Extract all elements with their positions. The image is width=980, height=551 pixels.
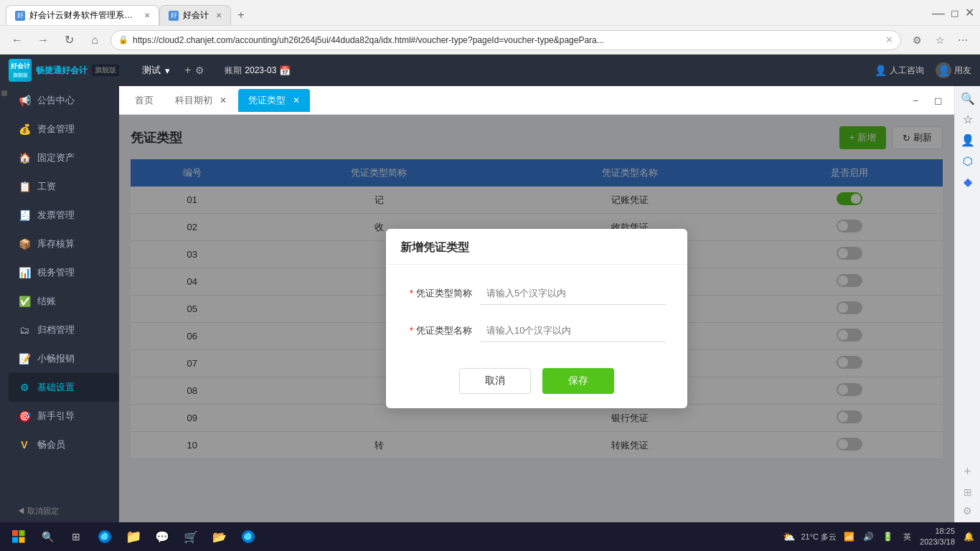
dialog-header: 新增凭证类型 xyxy=(386,229,687,265)
tab-voucher-type[interactable]: 凭证类型 ✕ xyxy=(238,89,310,112)
form-row-full-name: *凭证类型名称 xyxy=(407,319,666,342)
browser-tab-1[interactable]: 好 好会计云财务软件管理系统_会计 ✕ xyxy=(6,5,159,25)
right-panel-settings-btn[interactable]: ⚙ xyxy=(963,505,972,517)
weather-icon: ⛅ xyxy=(783,531,795,542)
dialog-save-button[interactable]: 保存 xyxy=(542,368,614,394)
battery-icon: 🔋 xyxy=(882,532,893,542)
sidebar: 📢 公告中心 💰 资金管理 🏠 固定资产 📋 工资 xyxy=(9,86,119,522)
svg-rect-1 xyxy=(19,530,25,536)
forward-button[interactable]: → xyxy=(33,30,53,50)
sidebar-label-payroll: 工资 xyxy=(37,180,56,193)
tab2-favicon: 好 xyxy=(169,11,179,21)
sidebar-item-archive[interactable]: 🗂 归档管理 xyxy=(9,316,119,344)
address-bar-reload: ✕ xyxy=(885,34,893,45)
taskbar-search-btn[interactable]: 🔍 xyxy=(34,524,60,550)
right-panel-star-btn[interactable]: ☆ xyxy=(963,113,973,126)
period-calendar-icon[interactable]: 📅 xyxy=(279,65,291,76)
tab-subject-close[interactable]: ✕ xyxy=(220,95,227,105)
windows-icon xyxy=(12,530,25,543)
logo-text-main: 好会计 xyxy=(11,62,30,71)
sidebar-item-member[interactable]: V 畅会员 xyxy=(9,430,119,459)
more-btn[interactable]: ⋯ xyxy=(953,30,973,50)
sidebar-item-announcement[interactable]: 📢 公告中心 xyxy=(9,86,119,115)
sound-icon: 🔊 xyxy=(863,532,874,542)
minimize-button[interactable]: — xyxy=(932,6,945,19)
sidebar-label-inventory: 库存核算 xyxy=(37,237,75,250)
weather-text: 21°C 多云 xyxy=(801,532,837,542)
logo-edition: 旗舰版 xyxy=(92,65,119,76)
form-full-name-label: *凭证类型名称 xyxy=(407,324,472,337)
sidebar-item-payroll[interactable]: 📋 工资 xyxy=(9,172,119,201)
tab-home[interactable]: 首页 xyxy=(125,89,164,112)
fund-icon: 💰 xyxy=(17,122,32,136)
form-full-name-input[interactable] xyxy=(481,319,666,342)
org-selector[interactable]: 测试 ▾ xyxy=(142,64,170,77)
sidebar-label-tax: 税务管理 xyxy=(37,266,75,279)
right-panel-feishu-btn[interactable]: ◆ xyxy=(963,175,972,189)
browser-tab-2[interactable]: 好 好会计 ✕ xyxy=(159,5,231,25)
header-actions: + ⚙ xyxy=(184,64,204,77)
back-button[interactable]: ← xyxy=(7,30,27,50)
sidebar-item-tax[interactable]: 📊 税务管理 xyxy=(9,258,119,287)
close-button[interactable]: ✕ xyxy=(965,6,974,19)
payroll-icon: 📋 xyxy=(17,179,32,194)
taskbar-view-btn[interactable]: ⊞ xyxy=(63,524,89,550)
form-short-name-input[interactable] xyxy=(481,282,666,305)
taskbar-time-section: 18:25 2023/3/18 xyxy=(920,526,955,548)
sidebar-wrapper: 📢 公告中心 💰 资金管理 🏠 固定资产 📋 工资 xyxy=(0,86,119,522)
consult-button[interactable]: 👤 人工咨询 xyxy=(875,65,924,77)
home-button[interactable]: ⌂ xyxy=(85,30,105,50)
sidebar-footer-toggle[interactable]: ◀ 取消固定 xyxy=(9,500,119,522)
address-bar[interactable]: 🔒 https://cloud2.chanjet.com/accounting/… xyxy=(110,30,901,50)
sidebar-item-guide[interactable]: 🎯 新手引导 xyxy=(9,402,119,430)
tab-voucher-close[interactable]: ✕ xyxy=(293,95,300,105)
tab-home-label: 首页 xyxy=(135,94,154,107)
right-panel-grid-btn[interactable]: ⊞ xyxy=(963,486,972,498)
sidebar-scroll-indicator xyxy=(0,86,9,522)
sidebar-item-settle[interactable]: ✅ 结账 xyxy=(9,287,119,316)
sidebar-item-inventory[interactable]: 📦 库存核算 xyxy=(9,230,119,258)
taskbar-store-btn[interactable]: 🛒 xyxy=(178,524,204,550)
right-panel-search-btn[interactable]: 🔍 xyxy=(961,92,975,105)
settle-icon: ✅ xyxy=(17,294,32,309)
tab-subject-period[interactable]: 科目期初 ✕ xyxy=(165,89,237,112)
sidebar-item-fixed-asset[interactable]: 🏠 固定资产 xyxy=(9,143,119,172)
scroll-up-indicator xyxy=(1,90,7,96)
refresh-button[interactable]: ↻ xyxy=(59,30,79,50)
dialog-title: 新增凭证类型 xyxy=(400,241,469,253)
member-icon: V xyxy=(17,438,32,452)
taskbar-edge-btn2[interactable] xyxy=(235,524,261,550)
sidebar-item-fund[interactable]: 💰 资金管理 xyxy=(9,115,119,143)
new-tab-button[interactable]: + xyxy=(231,5,251,25)
right-panel-add-btn[interactable]: + xyxy=(963,464,971,479)
tab2-close[interactable]: ✕ xyxy=(216,11,222,19)
sidebar-label-fixed-asset: 固定资产 xyxy=(37,151,75,164)
user-button[interactable]: 👤 用友 xyxy=(936,62,971,78)
right-panel-user-btn[interactable]: 👤 xyxy=(961,133,975,147)
tab1-label: 好会计云财务软件管理系统_会计 xyxy=(29,9,137,22)
taskbar-folder-btn[interactable]: 📂 xyxy=(207,524,232,550)
taskbar-explorer-btn[interactable]: 📁 xyxy=(121,524,146,550)
sidebar-footer-label: ◀ 取消固定 xyxy=(17,507,59,515)
taskbar-wechat-btn[interactable]: 💬 xyxy=(149,524,175,550)
right-panel-outlook-btn[interactable]: ⬡ xyxy=(963,154,973,168)
sidebar-item-report[interactable]: 📝 小畅报销 xyxy=(9,344,119,373)
maximize-button[interactable]: ◻ xyxy=(951,7,959,19)
tab-restore-btn[interactable]: ◻ xyxy=(928,90,948,110)
sidebar-label-invoice: 发票管理 xyxy=(37,209,75,222)
bookmark-btn[interactable]: ☆ xyxy=(930,30,950,50)
taskbar-browser-btn[interactable] xyxy=(92,524,118,550)
extensions-btn[interactable]: ⚙ xyxy=(907,30,927,50)
add-org-icon[interactable]: + xyxy=(184,64,191,77)
sidebar-item-invoice[interactable]: 🧾 发票管理 xyxy=(9,201,119,230)
sidebar-label-guide: 新手引导 xyxy=(37,410,75,423)
tab-minimize-btn[interactable]: − xyxy=(905,90,925,110)
sidebar-label-archive: 归档管理 xyxy=(37,324,75,336)
settings-icon[interactable]: ⚙ xyxy=(195,65,204,76)
taskbar: 🔍 ⊞ 📁 💬 🛒 📂 ⛅ 21°C 多云 📶 🔊 🔋 英 1 xyxy=(0,522,980,551)
taskbar-start-button[interactable] xyxy=(6,524,32,550)
tab2-label: 好会计 xyxy=(183,9,209,22)
dialog-cancel-button[interactable]: 取消 xyxy=(459,368,531,394)
tab1-close[interactable]: ✕ xyxy=(144,11,150,19)
sidebar-item-basic[interactable]: ⚙ 基础设置 xyxy=(9,373,119,402)
